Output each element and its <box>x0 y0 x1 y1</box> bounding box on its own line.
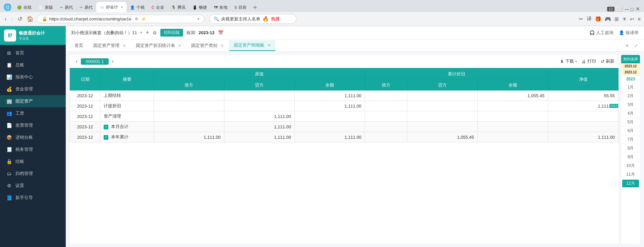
period-item-4[interactable]: 4月 <box>621 109 640 118</box>
menu-icon[interactable]: ≡ <box>638 16 641 22</box>
tab-腾讯[interactable]: 🐧腾讯 <box>168 3 189 12</box>
period-item-8[interactable]: 8月 <box>621 144 640 153</box>
download-dropdown-icon[interactable]: ▾ <box>575 60 577 63</box>
page-tabs: 首页 固定资产管理 ✕ 固定资产折旧统计表 ✕ 固定资产类别 ✕ 固定资产明细账… <box>66 40 644 52</box>
tab-home[interactable]: 首页 <box>70 41 88 51</box>
dropdown-icon[interactable]: ▾ <box>140 30 142 35</box>
company-name: 刘小艳演示账套（勿删勿动！）11 <box>71 30 137 36</box>
sidebar-item-funds[interactable]: 💰 资金管理 <box>0 83 66 95</box>
tab-fixed-asset-mgmt[interactable]: 固定资产管理 ✕ <box>89 41 130 51</box>
logo-version: 专业版 <box>19 36 45 41</box>
minimize-icon[interactable]: ─ <box>625 6 629 12</box>
maximize-tab-btn[interactable]: ⤢ <box>632 42 640 50</box>
tax-icon: 🧾 <box>6 147 12 152</box>
period-item-9[interactable]: 9月 <box>621 153 640 162</box>
table-row: 2023-12 上期结转 1,111.00 1,055.45 55.55 <box>70 90 619 101</box>
coupon-icon[interactable]: 🎁 <box>595 16 601 22</box>
tab-企业[interactable]: C企业 <box>148 3 167 12</box>
menu-label: 归档管理 <box>15 171 33 177</box>
download-icon: ⬇ <box>560 59 564 64</box>
tab-list-icon[interactable]: ⬜ <box>616 6 623 12</box>
tab-目前[interactable]: S目前 <box>231 3 250 12</box>
close-icon[interactable]: ✕ <box>636 6 640 12</box>
maximize-icon[interactable]: □ <box>631 6 634 12</box>
ledger-icon: 📋 <box>6 62 12 68</box>
tab-close-icon[interactable]: ✕ <box>268 43 271 47</box>
menu-label: 总账 <box>15 62 24 68</box>
period-item-1[interactable]: 1月 <box>621 83 640 92</box>
sidebar-item-payroll[interactable]: 👥 工资 <box>0 107 66 119</box>
next-page-btn[interactable]: › <box>110 58 116 65</box>
tab-close-icon[interactable]: ✕ <box>178 44 181 48</box>
forward-button[interactable]: › <box>10 15 14 23</box>
sidebar-item-inventory[interactable]: 📦 进销台账 <box>0 131 66 143</box>
guide-icon: 📘 <box>6 195 12 200</box>
tab-fixed-asset-depreciation[interactable]: 固定资产折旧统计表 ✕ <box>131 41 186 51</box>
sidebar-item-closing[interactable]: 🔒 结账 <box>0 156 66 168</box>
period-edit-icon[interactable]: 📅 <box>218 30 223 35</box>
sidebar-item-guide[interactable]: 📘 新手引导 <box>0 192 66 204</box>
tab-close-icon[interactable]: ✕ <box>221 44 224 48</box>
period-item-6[interactable]: 6月 <box>621 127 640 135</box>
tab-active[interactable]: ☁️好会计✕ <box>96 2 126 12</box>
grid-icon[interactable]: ⊞ <box>614 16 619 22</box>
sidebar-item-reports[interactable]: 📊 报表中心 <box>0 71 66 83</box>
period-year[interactable]: 2023 <box>621 75 640 83</box>
tab-易代2[interactable]: ✏易代 <box>76 3 96 12</box>
period-item-3[interactable]: 3月 <box>621 101 640 109</box>
sidebar-item-ledger[interactable]: 📋 总账 <box>0 59 66 71</box>
menu-label: 首页 <box>15 50 24 56</box>
brightness-icon[interactable]: ☀ <box>622 16 627 22</box>
tab-易代1[interactable]: ✏易代 <box>57 3 76 12</box>
sidebar-item-archive[interactable]: 🗂 归档管理 <box>0 168 66 180</box>
tab-各地[interactable]: 🗺各地 <box>211 3 231 12</box>
search-box[interactable]: 🔍 央视更新主持人名单 🔥 热搜 <box>209 14 297 24</box>
tab-新版[interactable]: 📄新版 <box>35 3 56 12</box>
translate-icon[interactable]: 译 <box>587 16 592 22</box>
add-account-button[interactable]: + <box>146 29 149 36</box>
download-btn[interactable]: ⬇ 下载 ▾ <box>560 58 577 64</box>
sidebar-item-tax[interactable]: 🧾 税务管理 <box>0 143 66 156</box>
expand-url-icon[interactable]: ▾ <box>198 17 200 21</box>
col-accumulated-dep: 累计折旧 <box>365 68 548 80</box>
period-selected-top: 2023.12 <box>621 63 640 69</box>
address-bar: ‹ › ↺ 🏠 🔒 https://cloud.chanjet.com/acco… <box>0 12 644 26</box>
user-avatar[interactable]: 👤 徐译华 <box>619 30 639 36</box>
refresh-btn[interactable]: ↺ 刷新 <box>601 58 614 64</box>
print-btn[interactable]: 🖨 打印 <box>582 58 596 64</box>
sidebar-item-settings[interactable]: ⚙ 设置 <box>0 180 66 192</box>
security-menu-icon[interactable]: ⚙ <box>135 17 138 21</box>
game-icon[interactable]: 🎮 <box>605 16 611 22</box>
period-item-2[interactable]: 2月 <box>621 92 640 101</box>
sidebar-item-fixed-assets[interactable]: 🏢 固定资产 <box>0 95 66 107</box>
period-item-12[interactable]: 12月 <box>622 180 639 187</box>
tab-个税[interactable]: 👤个税 <box>127 3 148 12</box>
sidebar-item-home[interactable]: ⊞ 首页 <box>0 47 66 59</box>
consult-button[interactable]: 🎧 人工咨询 <box>589 30 613 36</box>
period-item-10[interactable]: 10月 <box>621 162 640 170</box>
year-badge: 2023 <box>609 104 618 108</box>
switch-version-button[interactable]: 切到旧版 <box>160 29 183 37</box>
home-button[interactable]: 🏠 <box>25 14 35 23</box>
back-button[interactable]: ‹ <box>3 15 8 23</box>
table-row: 2023-12 计提折旧 1,111.00 1,111.00 <box>70 101 619 111</box>
reload-button[interactable]: ↺ <box>16 14 23 23</box>
period-item-5[interactable]: 5月 <box>621 118 640 127</box>
period-item-11[interactable]: 11月 <box>621 170 640 179</box>
url-bar[interactable]: 🔒 https://cloud.chanjet.com/accounting/u… <box>37 15 205 23</box>
close-tab-btn[interactable]: ✕ <box>623 42 631 50</box>
undo-icon[interactable]: ↩ <box>630 16 634 22</box>
cut-tool-icon[interactable]: ✂ <box>579 16 583 22</box>
fixed-assets-icon: 🏢 <box>6 99 12 104</box>
prev-page-btn[interactable]: ‹ <box>74 58 79 65</box>
tab-fixed-asset-ledger[interactable]: 固定资产明细账 ✕ <box>229 40 275 51</box>
tab-fixed-asset-category[interactable]: 固定资产类别 ✕ <box>186 41 228 51</box>
tab-close-icon[interactable]: ✕ <box>123 44 126 48</box>
tab-畅捷[interactable]: 📱畅捷 <box>189 3 210 12</box>
hot-label: 热搜 <box>271 16 280 22</box>
settings-btn[interactable]: ⚙ <box>153 30 157 36</box>
new-tab-button[interactable]: + <box>250 3 260 12</box>
sidebar-item-invoice[interactable]: 📄 发票管理 <box>0 119 66 131</box>
tab-在线[interactable]: 🟢在线 <box>14 3 35 12</box>
period-item-7[interactable]: 7月 <box>621 135 640 144</box>
